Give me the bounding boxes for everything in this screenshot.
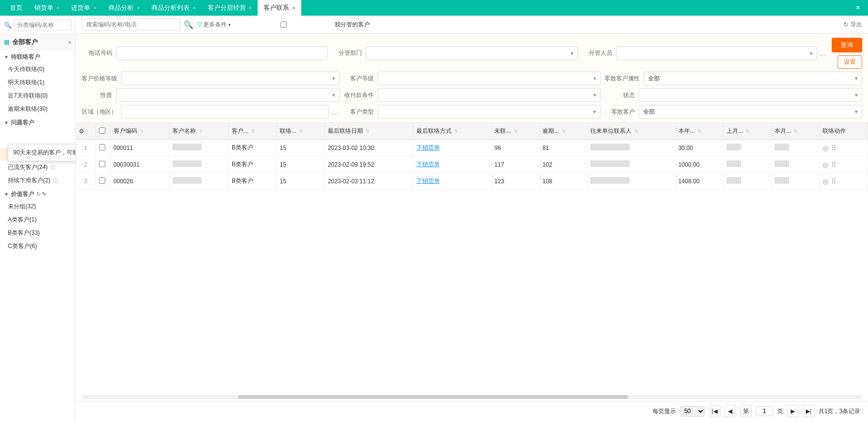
th-this-month[interactable]: 本月... ⇅ bbox=[771, 123, 819, 140]
last-page-btn[interactable]: ▶| bbox=[803, 405, 815, 417]
all-customers-header[interactable]: ⊞ 全部客户 « bbox=[0, 35, 75, 50]
filter-select-payment[interactable]: ▾ bbox=[378, 88, 601, 102]
cell-last-method[interactable]: 下销货单 bbox=[413, 156, 491, 173]
first-page-btn[interactable]: |◀ bbox=[709, 405, 721, 417]
filter-select-status[interactable]: ▾ bbox=[639, 88, 862, 102]
page-input[interactable] bbox=[756, 406, 773, 416]
th-type[interactable]: 客户... ⇅ bbox=[229, 123, 277, 140]
sidebar-item-overdue[interactable]: 逾期未联络(30) bbox=[0, 102, 75, 116]
pending-contact-label[interactable]: ▼ 待联络客户 bbox=[0, 50, 75, 63]
action-contact-icon[interactable]: ◎ bbox=[822, 177, 828, 185]
filter-select-person[interactable]: ▾ bbox=[616, 47, 817, 60]
filter-label-region: 区域（地区） bbox=[82, 108, 121, 116]
method-link[interactable]: 下销货单 bbox=[416, 177, 440, 184]
search-input[interactable] bbox=[82, 19, 180, 30]
filter-more-btn-1[interactable]: … bbox=[817, 50, 828, 57]
my-customers-checkbox-label[interactable]: 我分管的客户 bbox=[235, 21, 370, 29]
close-analysis-tab[interactable]: × bbox=[137, 5, 140, 11]
action-contact-icon[interactable]: ◎ bbox=[822, 144, 828, 152]
sidebar-item-tomorrow[interactable]: 明天待联络(1) bbox=[0, 76, 75, 89]
my-customers-checkbox[interactable] bbox=[235, 22, 333, 28]
value-customers-label[interactable]: ▼ 价值客户 ↻ ✎ bbox=[0, 187, 75, 200]
sidebar: 🔍 ⊞ 全部客户 « ▼ 待联络客户 今天待联络(0) 明天待联络(1) 近7天… bbox=[0, 16, 76, 421]
th-last-method[interactable]: 最后联络方式 ⇅ bbox=[413, 123, 491, 140]
scrollbar-thumb[interactable] bbox=[238, 395, 628, 399]
search-btn[interactable]: 🔍 bbox=[184, 20, 193, 29]
close-purchase-tab[interactable]: × bbox=[93, 5, 96, 11]
filter-select-dept[interactable]: ▾ bbox=[366, 47, 578, 60]
filter-input-region[interactable] bbox=[121, 105, 329, 119]
cell-year: 30.00 bbox=[675, 140, 723, 156]
per-page-select[interactable]: 50 100 bbox=[680, 406, 705, 417]
sidebar-item-7days[interactable]: 近7天待联络(0) bbox=[0, 89, 75, 102]
cell-checkbox[interactable] bbox=[96, 173, 110, 190]
nav-tab-analysis[interactable]: 商品分析 × bbox=[102, 0, 145, 16]
next-page-btn[interactable]: ▶ bbox=[787, 405, 799, 417]
sidebar-item-a-class[interactable]: A类客户(1) bbox=[0, 213, 75, 226]
nav-tab-sales[interactable]: 销货单 × bbox=[28, 0, 65, 16]
action-more-icon[interactable]: ⠿ bbox=[831, 161, 836, 169]
th-overdue[interactable]: 逾期... ⇅ bbox=[539, 123, 587, 140]
cell-last-method[interactable]: 下销货单 bbox=[413, 140, 491, 156]
method-link[interactable]: 下销货单 bbox=[416, 161, 440, 168]
nav-tab-home[interactable]: 首页 bbox=[4, 0, 28, 16]
th-code[interactable]: 客户编码 ⇅ bbox=[110, 123, 169, 140]
nav-tab-analysis-list[interactable]: 商品分析列表 × bbox=[145, 0, 201, 16]
th-name[interactable]: 客户名称 ⇅ bbox=[169, 123, 229, 140]
problem-customers-label[interactable]: ▼ 问题客户 bbox=[0, 116, 75, 128]
edit-icon[interactable]: ✎ bbox=[42, 191, 46, 198]
filter-more-btn-2[interactable]: … bbox=[329, 108, 339, 116]
close-customer-contact-tab[interactable]: × bbox=[292, 5, 295, 11]
action-more-icon[interactable]: ⠿ bbox=[831, 177, 836, 185]
export-btn[interactable]: ↻ 导出 bbox=[844, 21, 862, 29]
sidebar-item-b-class[interactable]: B类客户(33) bbox=[0, 226, 75, 240]
filter-field-region: 区域（地区） … bbox=[82, 105, 339, 119]
row-checkbox[interactable] bbox=[99, 161, 105, 167]
sort-icon-name: ⇅ bbox=[199, 128, 203, 134]
filter-select-price-level[interactable]: ▾ bbox=[121, 72, 339, 85]
settings-button[interactable]: 设置 bbox=[838, 55, 862, 69]
action-more-icon[interactable]: ⠿ bbox=[831, 144, 836, 152]
sidebar-item-c-class[interactable]: C类客户(6) bbox=[0, 240, 75, 253]
action-contact-icon[interactable]: ◎ bbox=[822, 161, 828, 169]
filter-select-customer-level[interactable]: ▾ bbox=[378, 72, 601, 85]
th-contact[interactable]: 联络... ⇅ bbox=[277, 123, 325, 140]
row-checkbox[interactable] bbox=[99, 144, 105, 150]
row-checkbox[interactable] bbox=[99, 177, 105, 184]
refresh-icon[interactable]: ↻ bbox=[36, 191, 41, 198]
sidebar-item-ungrouped[interactable]: 未分组(32) bbox=[0, 200, 75, 213]
cell-checkbox[interactable] bbox=[96, 156, 110, 173]
sidebar-item-declining[interactable]: 持续下滑客户(2) ⓘ bbox=[0, 174, 75, 187]
sidebar-item-churned[interactable]: 已流失客户(24) ⓘ bbox=[0, 161, 75, 174]
th-last-month[interactable]: 上月... ⇅ bbox=[723, 123, 771, 140]
select-all-checkbox[interactable] bbox=[99, 127, 105, 134]
query-button[interactable]: 查询 bbox=[832, 38, 862, 52]
filter-select-customer-type[interactable]: ▾ bbox=[378, 105, 601, 119]
close-window-icon[interactable]: × bbox=[852, 3, 864, 12]
th-last-date[interactable]: 最后联络日期 ⇅ bbox=[325, 123, 413, 140]
cell-checkbox[interactable] bbox=[96, 140, 110, 156]
th-uncontact[interactable]: 未联... ⇅ bbox=[491, 123, 539, 140]
filter-select-nature[interactable]: ▾ bbox=[116, 88, 339, 102]
filter-select-scatter-attr[interactable]: 全部 ▾ bbox=[644, 72, 862, 85]
prev-page-btn[interactable]: ◀ bbox=[724, 405, 736, 417]
close-sales-tab[interactable]: × bbox=[56, 5, 59, 11]
more-conditions-btn[interactable]: ▽ 更多条件 ▾ bbox=[197, 21, 231, 29]
th-year[interactable]: 本年... ⇅ bbox=[675, 123, 723, 140]
method-link[interactable]: 下销货单 bbox=[416, 144, 440, 151]
close-customer-layer-tab[interactable]: × bbox=[249, 5, 252, 11]
horizontal-scrollbar[interactable] bbox=[82, 395, 862, 399]
settings-icon[interactable]: ⚙ bbox=[79, 128, 84, 135]
filter-input-phone[interactable] bbox=[116, 47, 328, 60]
cell-name bbox=[169, 156, 229, 173]
sidebar-search-input[interactable] bbox=[14, 20, 72, 30]
nav-tab-customer-contact[interactable]: 客户联系 × bbox=[258, 0, 301, 16]
nav-tab-purchase[interactable]: 进货单 × bbox=[65, 0, 102, 16]
th-liaison[interactable]: 往来单位联系人 ⇅ bbox=[587, 123, 675, 140]
nav-tab-customer-layer[interactable]: 客户分层经营 × bbox=[202, 0, 258, 16]
cell-last-method[interactable]: 下销货单 bbox=[413, 173, 491, 190]
close-analysis-list-tab[interactable]: × bbox=[193, 5, 195, 11]
info-icon-2: ⓘ bbox=[53, 178, 58, 183]
filter-select-scatter-customer[interactable]: 全部 ▾ bbox=[639, 105, 862, 119]
sidebar-item-today[interactable]: 今天待联络(0) bbox=[0, 63, 75, 76]
